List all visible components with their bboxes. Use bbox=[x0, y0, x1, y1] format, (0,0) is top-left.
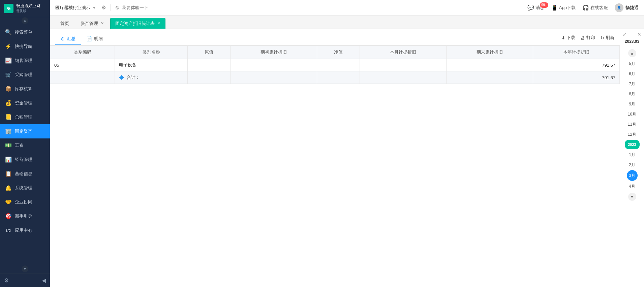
total-net-value bbox=[317, 71, 360, 84]
sidebar-item-payroll[interactable]: 💵 工资 bbox=[0, 138, 50, 153]
sidebar-item-inventory[interactable]: 📦 库存核算 bbox=[0, 82, 50, 96]
print-button[interactable]: 🖨 打印 bbox=[581, 35, 595, 41]
topbar-divider bbox=[110, 4, 111, 11]
tab-asset-mgmt[interactable]: 资产管理 ✕ bbox=[75, 18, 109, 29]
total-yearly-dep: 791.67 bbox=[533, 71, 620, 84]
avatar: 👤 bbox=[615, 3, 623, 12]
tab-fixed-asset-depreciation-label: 固定资产折旧统计表 bbox=[115, 21, 155, 27]
tab-fixed-asset-depreciation-close[interactable]: ✕ bbox=[157, 21, 160, 26]
topbar-right: 💬 消息 99+ 📱 App下载 🎧 在线客服 👤 畅捷通 bbox=[527, 3, 639, 12]
date-item-3-active[interactable]: 3月 bbox=[627, 170, 638, 181]
cell-name: 电子设备 bbox=[115, 59, 188, 71]
subtab-detail[interactable]: 📄 明细 bbox=[81, 33, 108, 45]
date-item-11[interactable]: 11月 bbox=[624, 120, 640, 129]
sales-icon: 📈 bbox=[5, 58, 11, 64]
date-item-9[interactable]: 9月 bbox=[624, 99, 640, 109]
total-label: 合计： bbox=[127, 75, 140, 80]
sidebar-item-label-inventory: 库存核算 bbox=[15, 86, 32, 92]
company-settings-icon[interactable]: ⚙ bbox=[101, 4, 106, 11]
app-download-button[interactable]: 📱 App下载 bbox=[551, 4, 576, 11]
date-item-12[interactable]: 12月 bbox=[624, 130, 640, 139]
total-period-end-dep bbox=[447, 71, 533, 84]
sidebar-item-funds[interactable]: 💰 资金管理 bbox=[0, 96, 50, 110]
date-scroll-down[interactable]: ▼ bbox=[628, 193, 636, 201]
topbar: 医疗器械行业演示 ▼ ⚙ ☺ 我要体验一下 💬 消息 99+ 📱 App下载 🎧… bbox=[50, 0, 644, 15]
date-scroll: ▲ 5月 6月 7月 8月 9月 10月 11月 12月 2023 1月 2月 … bbox=[620, 46, 644, 203]
sidebar-item-guide[interactable]: 🎯 新手引导 bbox=[0, 209, 50, 223]
date-item-7[interactable]: 7月 bbox=[624, 79, 640, 89]
sidebar-item-sales[interactable]: 📈 销售管理 bbox=[0, 54, 50, 68]
sidebar-item-fixed-assets[interactable]: 🏢 固定资产 bbox=[0, 124, 50, 138]
sidebar-item-ops[interactable]: 📊 经营管理 bbox=[0, 153, 50, 167]
sidebar-item-quick-nav[interactable]: ⚡ 快捷导航 bbox=[0, 39, 50, 54]
date-item-1[interactable]: 1月 bbox=[624, 150, 640, 159]
messages-badge: 99+ bbox=[540, 2, 548, 8]
subtab-detail-icon: 📄 bbox=[86, 36, 92, 41]
cell-code: 05 bbox=[50, 59, 115, 71]
purchase-icon: 🛒 bbox=[5, 72, 11, 78]
subtab-detail-label: 明细 bbox=[94, 36, 103, 42]
messages-icon: 💬 bbox=[527, 4, 534, 11]
funds-icon: 💰 bbox=[5, 100, 11, 106]
sidebar-nav: 🔍 搜索菜单 ⚡ 快捷导航 📈 销售管理 🛒 采购管理 📦 库存核算 💰 资金管… bbox=[0, 25, 50, 265]
app-name: 畅捷通好业财 bbox=[16, 3, 40, 9]
sidebar-item-label-guide: 新手引导 bbox=[15, 213, 32, 219]
app-info: 畅捷通好业财 普及版 bbox=[16, 3, 40, 13]
sidebar-item-label-ledger: 总账管理 bbox=[15, 114, 32, 120]
sidebar-item-label-sales: 销售管理 bbox=[15, 58, 32, 64]
download-label: 下载 bbox=[566, 35, 575, 41]
sidebar-item-purchase[interactable]: 🛒 采购管理 bbox=[0, 68, 50, 82]
tab-home[interactable]: 首页 bbox=[55, 18, 74, 29]
sidebar-scroll-down[interactable]: ▼ bbox=[22, 265, 28, 272]
date-scroll-up[interactable]: ▲ bbox=[628, 49, 636, 57]
sidebar-item-system[interactable]: 🔔 系统管理 bbox=[0, 181, 50, 195]
online-service-icon: 🎧 bbox=[582, 4, 589, 11]
download-icon: ⬇ bbox=[561, 35, 565, 40]
print-label: 打印 bbox=[586, 35, 595, 41]
company-selector[interactable]: 医疗器械行业演示 ▼ bbox=[55, 5, 96, 11]
settings-icon[interactable]: ⚙ bbox=[4, 277, 9, 284]
date-item-5[interactable]: 5月 bbox=[624, 59, 640, 68]
sidebar-item-enterprise[interactable]: 🤝 企业协同 bbox=[0, 195, 50, 209]
sidebar-item-search[interactable]: 🔍 搜索菜单 bbox=[0, 25, 50, 39]
sidebar-item-label-enterprise: 企业协同 bbox=[15, 199, 32, 205]
company-name: 医疗器械行业演示 bbox=[55, 5, 90, 11]
app-download-icon: 📱 bbox=[551, 4, 558, 11]
sidebar-item-ledger[interactable]: 📒 总账管理 bbox=[0, 110, 50, 124]
download-button[interactable]: ⬇ 下载 bbox=[561, 35, 575, 41]
date-panel: ⤢ ✕ 2023.03 ▲ 5月 6月 7月 8月 9月 10月 11月 12月… bbox=[620, 29, 644, 287]
close-panel-icon[interactable]: ✕ bbox=[637, 32, 641, 37]
sidebar-item-label-basic-info: 基础信息 bbox=[15, 171, 32, 177]
quick-nav-icon: ⚡ bbox=[5, 43, 11, 50]
user-menu[interactable]: 👤 畅捷通 bbox=[615, 3, 639, 12]
sidebar-item-app-center[interactable]: 🗂 应用中心 bbox=[0, 223, 50, 237]
subtab-actions: ⬇ 下载 🖨 打印 ↻ 刷新 bbox=[561, 35, 614, 43]
tab-asset-mgmt-label: 资产管理 bbox=[81, 21, 98, 27]
subtab-summary-icon: ⊙ bbox=[61, 36, 65, 41]
refresh-button[interactable]: ↻ 刷新 bbox=[601, 35, 614, 41]
experience-button[interactable]: ☺ 我要体验一下 bbox=[115, 5, 148, 11]
depreciation-table: 类别编码 类别名称 原值 期初累计折旧 净值 本月计提折旧 期末累计折旧 本年计… bbox=[50, 45, 620, 84]
date-item-2[interactable]: 2月 bbox=[624, 160, 640, 169]
date-item-6[interactable]: 6月 bbox=[624, 69, 640, 78]
cell-period-begin-dep bbox=[231, 59, 317, 71]
date-item-4[interactable]: 4月 bbox=[624, 182, 640, 191]
expand-panel-icon[interactable]: ⤢ bbox=[623, 32, 627, 37]
sidebar-item-basic-info[interactable]: 📋 基础信息 bbox=[0, 167, 50, 181]
tab-asset-mgmt-close[interactable]: ✕ bbox=[101, 21, 104, 26]
sidebar-scroll-up[interactable]: ▲ bbox=[22, 17, 28, 24]
app-download-label: App下载 bbox=[559, 5, 576, 11]
tab-fixed-asset-depreciation[interactable]: 固定资产折旧统计表 ✕ bbox=[110, 18, 165, 29]
collapse-sidebar-icon[interactable]: ◀ bbox=[42, 277, 46, 284]
table-total-row: 🔷 合计： 791.67 bbox=[50, 71, 620, 84]
payroll-icon: 💵 bbox=[5, 142, 11, 149]
ops-icon: 📊 bbox=[5, 157, 11, 163]
cell-yearly-dep: 791.67 bbox=[533, 59, 620, 71]
date-item-10[interactable]: 10月 bbox=[624, 109, 640, 119]
col-net-value: 净值 bbox=[317, 46, 360, 59]
messages-button[interactable]: 💬 消息 99+ bbox=[527, 4, 544, 11]
online-service-button[interactable]: 🎧 在线客服 bbox=[582, 4, 608, 11]
subtab-summary[interactable]: ⊙ 汇总 bbox=[55, 33, 81, 45]
date-item-8[interactable]: 8月 bbox=[624, 89, 640, 99]
col-period-end-dep: 期末累计折旧 bbox=[447, 46, 533, 59]
